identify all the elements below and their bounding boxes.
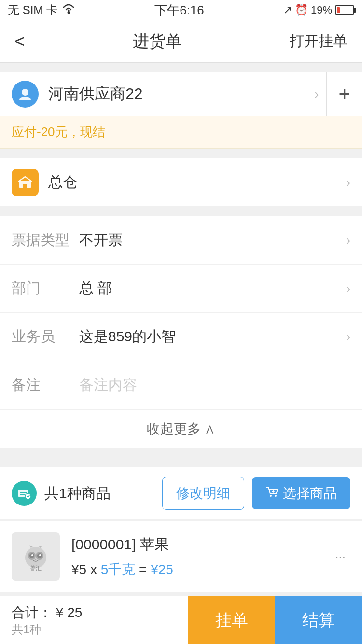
select-product-button[interactable]: 选择商品: [252, 477, 350, 509]
svg-point-5: [25, 493, 31, 499]
svg-point-1: [22, 89, 28, 96]
chevron-right-icon: ›: [346, 329, 350, 345]
products-count: 共1种商品: [44, 484, 154, 504]
products-icon: [12, 481, 37, 506]
chevron-right-icon: ›: [346, 233, 350, 248]
equals-sign: =: [139, 562, 151, 577]
department-value: 总 部: [79, 279, 346, 298]
add-supplier-button[interactable]: +: [327, 83, 350, 106]
collapse-label: 收起更多 ∧: [147, 420, 216, 438]
products-header: 共1种商品 修改明细 选择商品: [0, 467, 362, 519]
total-label: 合计：: [12, 605, 52, 620]
svg-marker-17: [39, 545, 42, 548]
status-time: 下午6:16: [154, 2, 204, 19]
svg-marker-16: [29, 545, 33, 548]
divider-1: [0, 63, 362, 72]
warehouse-name: 总仓: [48, 172, 346, 192]
salesman-label: 业务员: [12, 327, 79, 347]
multiply-sign: x: [90, 562, 101, 577]
back-button[interactable]: <: [14, 31, 25, 52]
divider-3: [0, 207, 362, 216]
divider-4: [0, 448, 362, 458]
department-row[interactable]: 部门 总 部 ›: [0, 265, 362, 313]
open-hang-button[interactable]: 打开挂单: [290, 31, 348, 51]
product-thumbnail: 兽汇: [12, 532, 60, 581]
quantity: 5千克: [101, 562, 136, 577]
unit-price: ¥5: [71, 562, 86, 577]
invoice-label: 票据类型: [12, 230, 79, 250]
carrier-text: 无 SIM 卡: [8, 2, 58, 18]
status-right: ↗ ⏰ 19%: [283, 4, 354, 16]
select-product-label: 选择商品: [283, 484, 337, 503]
supplier-name: 河南供应商22: [48, 84, 306, 105]
status-left: 无 SIM 卡: [8, 2, 75, 18]
salesman-value: 这是859的小智: [79, 327, 346, 347]
remark-label: 备注: [12, 375, 79, 395]
invoice-type-row[interactable]: 票据类型 不开票 ›: [0, 216, 362, 265]
svg-point-0: [68, 12, 70, 14]
settle-button[interactable]: 结算: [275, 596, 362, 644]
svg-text:兽汇: 兽汇: [30, 565, 42, 571]
wifi-icon: [62, 3, 75, 17]
chevron-right-icon: ›: [314, 86, 319, 102]
supplier-section: 河南供应商22 › +: [0, 72, 362, 116]
battery-percent: 19%: [311, 4, 332, 16]
total-info: 合计： ¥ 25 共1种: [12, 603, 82, 637]
product-price-row: ¥5 x 5千克 = ¥25: [71, 560, 330, 579]
hang-button[interactable]: 挂单: [188, 596, 275, 644]
svg-rect-3: [23, 184, 27, 188]
svg-point-6: [270, 495, 272, 497]
product-code: [0000001]: [71, 536, 136, 552]
line-total: ¥25: [151, 562, 173, 577]
bottom-bar: 合计： ¥ 25 共1种 挂单 结算: [0, 596, 362, 644]
location-icon: ↗: [283, 4, 292, 16]
alarm-icon: ⏰: [295, 4, 308, 16]
product-item: 兽汇 [0000001] 苹果 ¥5 x 5千克 = ¥25 ···: [0, 520, 362, 592]
status-bar: 无 SIM 卡 下午6:16 ↗ ⏰ 19%: [0, 0, 362, 20]
supplier-avatar: [12, 81, 39, 108]
more-options-button[interactable]: ···: [330, 545, 350, 569]
divider-2: [0, 149, 362, 158]
total-section: 合计： ¥ 25 共1种: [0, 603, 188, 637]
svg-point-7: [275, 495, 277, 497]
battery-icon: [335, 5, 354, 15]
product-title: 苹果: [140, 536, 169, 552]
total-count: 共1种: [12, 622, 82, 637]
supplier-notice: 应付-20元，现结: [0, 116, 362, 149]
product-name: [0000001] 苹果: [71, 535, 330, 555]
page-title: 进货单: [133, 30, 182, 53]
remark-placeholder: 备注内容: [79, 375, 350, 395]
salesman-row[interactable]: 业务员 这是859的小智 ›: [0, 313, 362, 361]
department-label: 部门: [12, 279, 79, 298]
remark-row[interactable]: 备注 备注内容: [0, 361, 362, 409]
warehouse-icon: [12, 169, 39, 196]
svg-point-14: [39, 554, 41, 556]
chevron-right-icon: ›: [346, 175, 350, 190]
cart-icon: [265, 486, 279, 501]
warehouse-row[interactable]: 总仓 ›: [0, 158, 362, 207]
total-amount: ¥ 25: [56, 605, 83, 620]
svg-point-13: [31, 554, 33, 556]
edit-detail-button[interactable]: 修改明细: [162, 477, 244, 510]
nav-bar: < 进货单 打开挂单: [0, 20, 362, 63]
supplier-select-row[interactable]: 河南供应商22 ›: [12, 72, 327, 116]
product-info: [0000001] 苹果 ¥5 x 5千克 = ¥25: [71, 535, 330, 579]
chevron-right-icon: ›: [346, 281, 350, 296]
collapse-button[interactable]: 收起更多 ∧: [0, 409, 362, 448]
invoice-value: 不开票: [79, 230, 346, 250]
